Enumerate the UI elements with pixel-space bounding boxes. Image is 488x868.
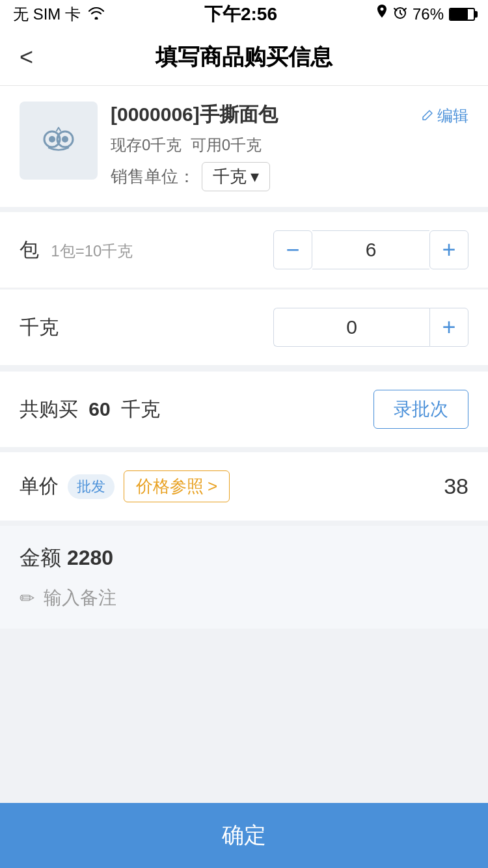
bag-quantity-controls: − +	[273, 230, 468, 269]
location-icon	[376, 5, 388, 24]
status-left: 无 SIM 卡	[13, 4, 105, 25]
bag-label: 包 1包=10千克	[20, 237, 273, 264]
chevron-right-icon: >	[208, 476, 217, 496]
price-label: 单价	[20, 473, 59, 500]
alarm-icon	[393, 5, 407, 23]
bag-minus-button[interactable]: −	[273, 230, 312, 269]
edit-button[interactable]: 编辑	[420, 105, 468, 126]
kg-quantity-controls: +	[273, 308, 468, 347]
amount-value: 2280	[67, 546, 113, 569]
price-reference-button[interactable]: 价格参照 >	[124, 470, 230, 502]
wifi-icon	[87, 5, 105, 23]
back-button[interactable]: <	[20, 44, 33, 71]
amount-row: 金额 2280	[20, 544, 468, 573]
page-title: 填写商品购买信息	[156, 42, 332, 72]
price-left: 单价 批发 价格参照 >	[20, 470, 230, 502]
kg-quantity-input[interactable]	[273, 308, 429, 347]
unit-select[interactable]: 千克 ▾	[202, 162, 270, 191]
product-name: [0000006]手撕面包	[111, 102, 468, 128]
product-image	[20, 102, 98, 180]
total-value: 60	[88, 398, 110, 420]
note-row[interactable]: ✏ 输入备注	[20, 586, 468, 610]
product-info: [0000006]手撕面包 现存0千克 可用0千克 销售单位： 千克 ▾	[111, 102, 468, 191]
price-value: 38	[444, 474, 468, 499]
pencil-icon: ✏	[20, 588, 34, 609]
bag-quantity-section: 包 1包=10千克 − +	[0, 212, 488, 288]
price-section: 单价 批发 价格参照 > 38	[0, 452, 488, 526]
product-section: [0000006]手撕面包 现存0千克 可用0千克 销售单位： 千克 ▾ 编辑	[0, 86, 488, 212]
product-stock: 现存0千克 可用0千克	[111, 135, 468, 156]
chevron-down-icon: ▾	[251, 167, 259, 187]
kg-quantity-section: 千克 +	[0, 290, 488, 365]
note-placeholder: 输入备注	[44, 586, 116, 610]
svg-point-3	[49, 136, 55, 142]
kg-plus-button[interactable]: +	[429, 308, 468, 347]
bag-quantity-row: 包 1包=10千克 − +	[0, 212, 488, 288]
status-right: 76%	[376, 5, 475, 24]
confirm-button[interactable]: 确定	[0, 803, 488, 868]
bag-hint: 1包=10千克	[51, 242, 133, 260]
total-label: 共购买 60 千克	[20, 396, 160, 423]
kg-label: 千克	[20, 314, 273, 341]
bag-quantity-input[interactable]	[312, 230, 429, 269]
total-row: 共购买 60 千克 录批次	[0, 366, 488, 452]
battery-percent: 76%	[413, 5, 444, 23]
batch-button[interactable]: 录批次	[373, 390, 468, 429]
product-unit: 销售单位： 千克 ▾	[111, 162, 468, 191]
svg-point-4	[62, 136, 68, 142]
amount-section: 金额 2280 ✏ 输入备注	[0, 526, 488, 629]
battery-icon	[449, 8, 475, 21]
status-bar: 无 SIM 卡 下午2:56 76%	[0, 0, 488, 29]
nav-bar: < 填写商品购买信息	[0, 29, 488, 86]
bag-plus-button[interactable]: +	[429, 230, 468, 269]
kg-quantity-row: 千克 +	[0, 290, 488, 365]
price-tag: 批发	[68, 474, 115, 499]
status-time: 下午2:56	[204, 2, 277, 27]
carrier-text: 无 SIM 卡	[13, 4, 81, 25]
